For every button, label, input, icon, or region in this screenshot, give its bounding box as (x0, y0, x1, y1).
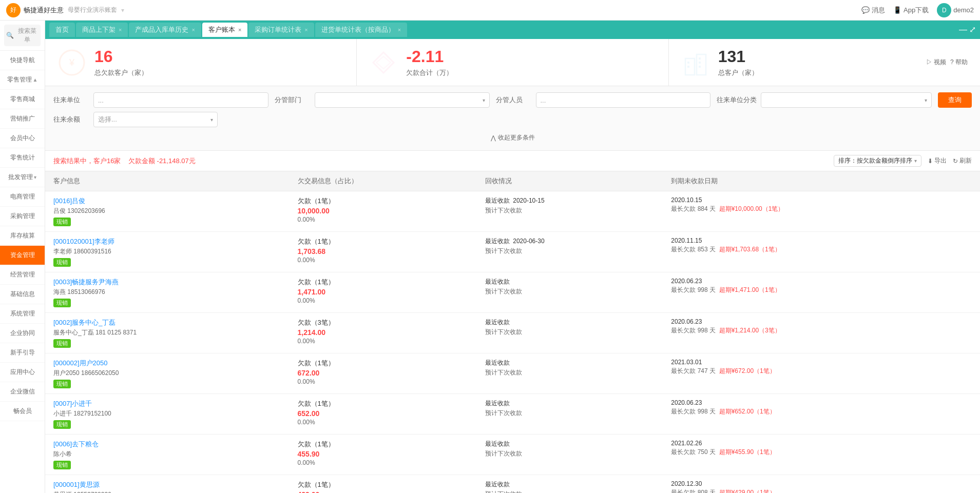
col-customer-info: 客户信息 (45, 171, 290, 191)
sidebar-item-retail-mgmt[interactable]: 零售管理 ▲ (0, 70, 45, 90)
customer-contact-3: 服务中心_丁磊 181 0125 8371 (53, 328, 281, 337)
tab-minimize-button[interactable]: — (959, 26, 967, 34)
sidebar-item-retail-mall[interactable]: 零售商城 (0, 90, 45, 109)
overdue-link-2[interactable]: 超期¥1,471.00（1笔） (719, 286, 781, 293)
dropdown-arrow[interactable]: ▾ (121, 7, 124, 14)
search-menu-button[interactable]: 🔍 搜索菜单 (4, 25, 41, 46)
person-input[interactable]: ... (536, 92, 711, 108)
filter-row-2: 往来余额 选择... ▾ (53, 112, 972, 127)
col-due-date: 到期未收款日期 (663, 171, 980, 191)
debt-amount-1[interactable]: 1,703.68 (298, 247, 469, 255)
due-date-0: 2020.10.15 (671, 196, 972, 204)
sidebar-item-member-plus[interactable]: 畅会员 (0, 402, 45, 421)
export-button[interactable]: ⬇ 导出 (928, 156, 947, 165)
debt-amount-2[interactable]: 1,471.00 (298, 288, 469, 296)
customer-name-link-0[interactable]: [0016]吕俊 (53, 197, 85, 205)
customer-contact-4: 用户2050 18665062050 (53, 369, 281, 378)
sidebar-item-app-center[interactable]: 应用中心 (0, 363, 45, 382)
sidebar-item-basic-info[interactable]: 基础信息 (0, 285, 45, 304)
tab-purchase-order[interactable]: 采购订单统计表 × (248, 23, 314, 37)
sidebar-item-operations[interactable]: 经营管理 (0, 265, 45, 285)
user-action[interactable]: D demo2 (937, 3, 974, 17)
debt-count-4: 欠款（1笔） (298, 359, 469, 368)
tab-close-stats[interactable]: × (398, 27, 401, 33)
sidebar-item-retail-stats[interactable]: 零售统计 (0, 148, 45, 168)
sidebar-item-quick-nav[interactable]: 快捷导航 (0, 51, 45, 70)
cell-due-7: 2020.12.30 最长欠款 808 天 超期¥429.00（1笔） (663, 475, 980, 494)
overdue-link-6[interactable]: 超期¥455.90（1笔） (719, 448, 776, 456)
tab-close-production[interactable]: × (191, 27, 195, 33)
overdue-link-5[interactable]: 超期¥652.00（1笔） (719, 408, 776, 415)
stat-debt-amount: -2.11 欠款合计（万） (357, 39, 668, 86)
cell-debt-7: 欠款（1笔） 429.00 0.00% (290, 475, 477, 494)
search-menu-label: 搜索菜单 (15, 27, 39, 44)
customer-name-link-5[interactable]: [0007]小进千 (53, 400, 92, 407)
customer-name-link-3[interactable]: [0002]服务中心_丁磊 (53, 319, 116, 326)
cell-debt-3: 欠款（3笔） 1,214.00 0.00% (290, 313, 477, 353)
customer-name-link-4[interactable]: [000002]用户2050 (53, 359, 108, 367)
tab-home[interactable]: 首页 (49, 23, 75, 37)
tab-maximize-button[interactable]: ⤢ (969, 26, 976, 34)
debt-amount-6[interactable]: 455.90 (298, 450, 469, 458)
overdue-link-1[interactable]: 超期¥1,703.68（1笔） (719, 246, 781, 253)
tab-customer-account[interactable]: 客户账本 × (202, 23, 247, 37)
debt-amount-0[interactable]: 10,000.00 (298, 207, 469, 215)
due-date-2: 2020.06.23 (671, 278, 972, 285)
overdue-link-4[interactable]: 超期¥672.00（1笔） (719, 367, 776, 374)
customer-name-link-1[interactable]: [0001020001]李老师 (53, 238, 114, 245)
stat-total-customers-info: 131 总客户（家） (718, 47, 918, 77)
cell-due-3: 2020.06.23 最长欠款 998 天 超期¥1,214.00（3笔） (663, 313, 980, 353)
dept-select[interactable]: ▾ (315, 92, 490, 108)
sidebar-item-member[interactable]: 会员中心 (0, 129, 45, 148)
overdue-link-3[interactable]: 超期¥1,214.00（3笔） (719, 327, 781, 334)
app-download-action[interactable]: 📱 App下载 (893, 6, 929, 15)
sort-select[interactable]: 排序：按欠款金额倒序排序 ▾ (834, 155, 921, 167)
unit-class-select[interactable]: ▾ (761, 92, 932, 108)
customer-name-link-2[interactable]: [0003]畅捷服务尹海燕 (53, 278, 119, 286)
search-button[interactable]: 查询 (938, 92, 972, 108)
overdue-link-0[interactable]: 超期¥10,000.00（1笔） (719, 205, 784, 212)
tab-close-products[interactable]: × (119, 27, 122, 33)
sidebar-item-marketing[interactable]: 营销推广 (0, 109, 45, 129)
page-content: ¥ 16 总欠款客户（家） (45, 39, 980, 493)
overdue-link-7[interactable]: 超期¥429.00（1笔） (719, 489, 776, 493)
sidebar-item-finance[interactable]: 资金管理 (0, 246, 45, 265)
customer-name-link-6[interactable]: [0006]去下粮仓 (53, 440, 99, 448)
video-action[interactable]: ▷ 视频 (926, 58, 946, 67)
tab-close-purchase[interactable]: × (304, 27, 308, 33)
sidebar-item-inventory[interactable]: 库存核算 (0, 226, 45, 246)
debt-amount-3[interactable]: 1,214.00 (298, 328, 469, 337)
help-action[interactable]: ? 帮助 (950, 58, 968, 67)
customer-name-link-7[interactable]: [000001]黄思源 (53, 481, 100, 488)
tab-close-customer[interactable]: × (238, 27, 241, 33)
message-action[interactable]: 💬 消息 (861, 6, 885, 15)
cell-return-1: 最近收款 2020-06-30 预计下次收款 (477, 232, 663, 272)
svg-rect-5 (697, 54, 706, 75)
balance-select[interactable]: 选择... ▾ (93, 112, 218, 127)
sidebar-item-ecommerce[interactable]: 电商管理 (0, 187, 45, 207)
sidebar-item-batch-mgmt[interactable]: 批发管理 ▾ (0, 168, 45, 187)
debt-ratio-3: 0.00% (298, 338, 469, 345)
debt-amount-7[interactable]: 429.00 (298, 490, 469, 493)
sidebar-item-enterprise[interactable]: 企业协同 (0, 324, 45, 343)
sort-label: 排序：按欠款金额倒序排序 (838, 156, 912, 165)
tab-purchase-stats[interactable]: 进货单统计表（按商品） × (315, 23, 407, 37)
tab-products-offline[interactable]: 商品上下架 × (76, 23, 128, 37)
tab-production-history[interactable]: 产成品入库单历史 × (129, 23, 201, 37)
mobile-icon: 📱 (893, 6, 901, 14)
chevron-icon-2: ▾ (34, 174, 36, 180)
source-unit-input[interactable]: ... (93, 92, 268, 108)
customer-contact-7: 黄思源 13552700226 (53, 490, 281, 493)
sidebar-item-purchase[interactable]: 采购管理 (0, 207, 45, 226)
debt-amount-4[interactable]: 672.00 (298, 369, 469, 377)
sidebar-item-system[interactable]: 系统管理 (0, 304, 45, 324)
unit-class-chevron: ▾ (925, 97, 927, 103)
sidebar-item-wechat[interactable]: 企业微信 (0, 382, 45, 402)
search-icon: 🔍 (6, 32, 14, 39)
svg-rect-4 (685, 58, 695, 75)
debt-amount-5[interactable]: 652.00 (298, 409, 469, 418)
refresh-button[interactable]: ↻ 刷新 (953, 156, 972, 165)
sidebar-item-newbie[interactable]: 新手引导 (0, 343, 45, 363)
due-date-7: 2020.12.30 (671, 480, 972, 487)
collapse-button[interactable]: ⋀ 收起更多条件 (489, 131, 537, 144)
